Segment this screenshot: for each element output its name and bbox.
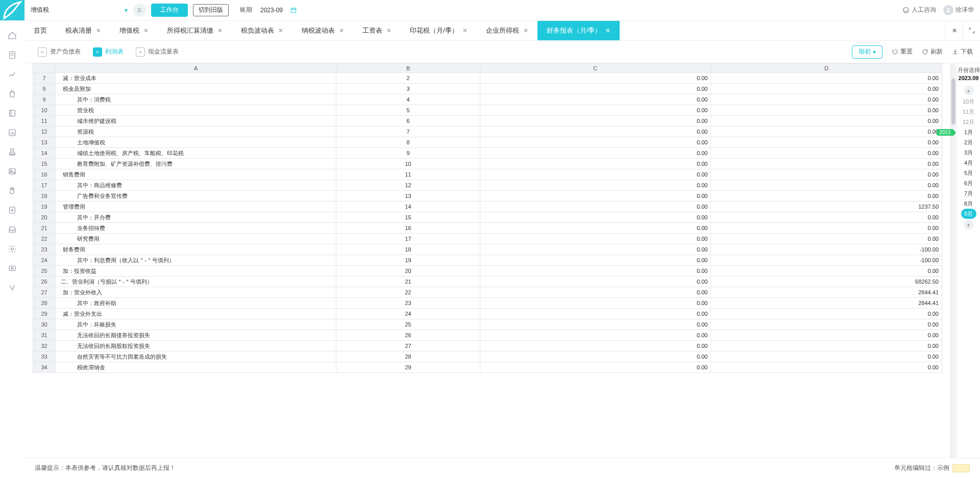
month-down-button[interactable]: ▼ [964,220,974,230]
row-number[interactable]: 29 [33,309,56,319]
cell-c[interactable]: 0.00 [480,105,711,116]
cell-b[interactable]: 22 [336,287,480,298]
month-option-7[interactable]: 5月 [957,168,980,178]
cell-b[interactable]: 6 [336,116,480,127]
cell-c[interactable]: 0.00 [480,309,711,319]
row-number[interactable]: 22 [33,234,56,244]
nav-bag-icon[interactable] [0,85,24,103]
cell-b[interactable]: 2 [336,73,480,84]
row-number[interactable]: 31 [33,330,56,341]
close-icon[interactable]: ✕ [143,27,149,34]
close-icon[interactable]: ✕ [462,27,468,34]
corner-cell[interactable] [33,64,56,73]
row-number[interactable]: 34 [33,362,56,373]
nav-inbox-icon[interactable] [0,220,24,239]
cell-a[interactable]: 税收滞纳金 [56,362,336,373]
cell-b[interactable]: 4 [336,94,480,105]
cell-b[interactable]: 16 [336,223,480,234]
cell-c[interactable]: 0.00 [480,351,711,362]
cell-a[interactable]: 城镇土地使用税、房产税、车船税、印花税 [56,148,336,159]
list-icon-button[interactable] [133,4,146,17]
month-option-3[interactable]: 1月2023 [957,127,980,137]
cell-a[interactable]: 加：营业外收入 [56,287,336,298]
cell-d[interactable]: 0.00 [711,84,942,94]
cell-b[interactable]: 28 [336,351,480,362]
cell-a[interactable]: 教育费附加、矿产资源补偿费、排污费 [56,159,336,169]
cell-b[interactable]: 25 [336,319,480,330]
cell-b[interactable]: 11 [336,169,480,180]
month-option-4[interactable]: 2月 [957,137,980,147]
refresh-button[interactable]: 刷新 [922,47,943,56]
row-number[interactable]: 27 [33,287,56,298]
cell-d[interactable]: 0.00 [711,94,942,105]
cell-b[interactable]: 18 [336,244,480,255]
month-up-button[interactable]: ▲ [964,85,974,95]
tab-2[interactable]: 增值税✕ [110,21,158,40]
col-header-a[interactable]: A [56,64,336,73]
nav-stamp-icon[interactable] [0,143,24,161]
cell-a[interactable]: 减：营业成本 [56,73,336,84]
cell-d[interactable]: 0.00 [711,105,942,116]
row-number[interactable]: 14 [33,148,56,159]
period-value[interactable]: 2023-09 [260,7,283,14]
row-number[interactable]: 33 [33,351,56,362]
nav-home-icon[interactable] [0,27,24,45]
cell-d[interactable]: 0.00 [711,73,942,84]
month-option-5[interactable]: 3月 [957,147,980,158]
nav-doc-icon[interactable] [0,46,24,64]
tab-5[interactable]: 纳税波动表✕ [292,21,353,40]
cell-b[interactable]: 15 [336,212,480,223]
cell-c[interactable]: 0.00 [480,94,711,105]
cell-a[interactable]: 管理费用 [56,202,336,212]
row-number[interactable]: 8 [33,84,56,94]
month-option-6[interactable]: 4月 [957,158,980,168]
row-number[interactable]: 23 [33,244,56,255]
close-all-tabs-button[interactable]: ✕ [945,20,963,41]
cell-c[interactable]: 0.00 [480,191,711,202]
cell-d[interactable]: 0.00 [711,180,942,191]
vertical-scrollbar[interactable] [950,63,955,458]
cell-d[interactable]: 0.00 [711,116,942,127]
cell-c[interactable]: 0.00 [480,180,711,191]
nav-book-icon[interactable] [0,104,24,122]
subtab-0[interactable]: ≡资产负债表 [32,41,87,63]
month-option-8[interactable]: 6月 [957,178,980,188]
subtab-2[interactable]: ≡现金流量表 [130,41,185,63]
period-init-button[interactable]: 期初 ▾ [852,45,883,59]
cell-d[interactable]: 0.00 [711,341,942,351]
close-icon[interactable]: ✕ [386,27,391,34]
nav-video-icon[interactable] [0,259,24,278]
cell-a[interactable]: 加：投资收益 [56,266,336,276]
cell-c[interactable]: 0.00 [480,330,711,341]
cell-a[interactable]: 其中：利息费用（收入以＂-＂号填列） [56,255,336,266]
cell-b[interactable]: 27 [336,341,480,351]
cell-c[interactable]: 0.00 [480,255,711,266]
cell-c[interactable]: 0.00 [480,116,711,127]
row-number[interactable]: 18 [33,191,56,202]
cell-c[interactable]: 0.00 [480,148,711,159]
nav-v-icon[interactable] [0,279,24,297]
cell-d[interactable]: 2844.41 [711,298,942,309]
cell-c[interactable]: 0.00 [480,202,711,212]
cell-c[interactable]: 0.00 [480,319,711,330]
cell-a[interactable]: 业务招待费 [56,223,336,234]
cell-c[interactable]: 0.00 [480,73,711,84]
nav-chart-icon[interactable] [0,65,24,84]
switch-old-button[interactable]: 切到旧版 [193,4,229,16]
close-icon[interactable]: ✕ [217,27,223,34]
row-number[interactable]: 13 [33,137,56,148]
cell-b[interactable]: 3 [336,84,480,94]
cell-b[interactable]: 5 [336,105,480,116]
row-number[interactable]: 21 [33,223,56,234]
col-header-b[interactable]: B [336,64,480,73]
cell-a[interactable]: 城市维护建设税 [56,116,336,127]
cell-a[interactable]: 税金及附加 [56,84,336,94]
cell-d[interactable]: 0.00 [711,191,942,202]
cell-a[interactable]: 广告费和业务宣传费 [56,191,336,202]
spreadsheet-area[interactable]: A B C D 7减：营业成本20.000.008税金及附加30.000.009… [24,63,950,458]
cell-c[interactable]: 0.00 [480,223,711,234]
cell-b[interactable]: 19 [336,255,480,266]
cell-c[interactable]: 0.00 [480,287,711,298]
cell-a[interactable]: 无法收回的长期股权投资损失 [56,341,336,351]
cell-b[interactable]: 24 [336,309,480,319]
